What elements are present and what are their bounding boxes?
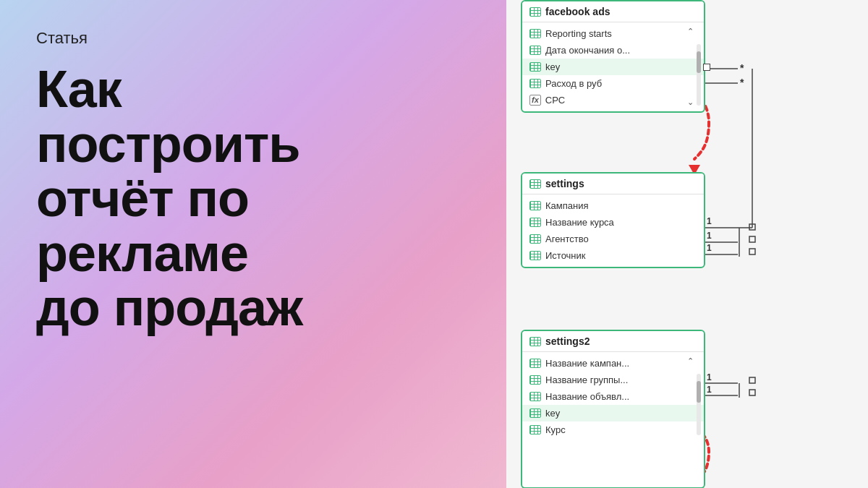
row-icon xyxy=(529,375,541,385)
title-line2: построить xyxy=(36,115,300,173)
row-icon xyxy=(529,234,541,244)
row-icon xyxy=(529,218,541,227)
row-icon xyxy=(529,62,541,72)
table-row: Расход в руб xyxy=(522,75,704,92)
table-row: Агентство xyxy=(522,231,704,247)
row-label: Название группы... xyxy=(545,374,628,385)
scrollbar-thumb[interactable] xyxy=(697,381,701,403)
row-label: Источник xyxy=(545,250,586,261)
title-line1: Как xyxy=(36,60,122,118)
table-row: fx CPC xyxy=(522,92,704,108)
row-label: Название курса xyxy=(545,217,614,228)
svg-text:1: 1 xyxy=(707,231,712,241)
row-icon xyxy=(529,408,541,418)
row-icon xyxy=(529,359,541,368)
row-label: Расход в руб xyxy=(545,78,602,89)
svg-text:*: * xyxy=(740,77,744,88)
svg-text:*: * xyxy=(740,62,744,74)
table-row-highlighted: key xyxy=(522,405,704,421)
row-label: Агентство xyxy=(545,234,589,244)
row-label: key xyxy=(545,61,560,72)
svg-text:1: 1 xyxy=(707,372,712,382)
table-row: Дата окончания о... xyxy=(522,42,704,59)
row-icon xyxy=(529,425,541,435)
row-label: Название объявл... xyxy=(545,391,629,402)
title-line3: отчёт по xyxy=(36,169,249,227)
table-row-highlighted: key xyxy=(522,59,704,75)
row-icon xyxy=(529,251,541,260)
chevron-down-icon: ⌄ xyxy=(687,98,694,107)
row-label: CPC xyxy=(545,95,565,106)
row-label: Дата окончания о... xyxy=(545,45,630,56)
card-scrollbar[interactable] xyxy=(697,44,701,106)
title-line5: до продаж xyxy=(36,278,302,336)
svg-text:1: 1 xyxy=(707,216,712,226)
facebook-ads-title: facebook ads xyxy=(545,6,610,17)
card-scrollbar[interactable] xyxy=(697,374,701,435)
table-row: Название кампан... xyxy=(522,355,704,372)
table-row: Кампания xyxy=(522,197,704,214)
title-line4: рекламе xyxy=(36,224,248,282)
row-label: Название кампан... xyxy=(545,358,629,369)
row-icon xyxy=(529,79,541,88)
table-icon xyxy=(529,7,541,17)
row-icon xyxy=(529,201,541,210)
svg-rect-20 xyxy=(749,236,755,242)
row-icon xyxy=(529,46,541,55)
key-connector-fb xyxy=(703,64,710,71)
settings-card: settings Кампания Название курса Агентст… xyxy=(521,172,705,268)
table-row: Название объявл... xyxy=(522,388,704,405)
table-row: Reporting starts xyxy=(522,25,704,42)
row-label: key xyxy=(545,408,560,419)
row-label: Кампания xyxy=(545,200,589,211)
fx-icon: fx xyxy=(529,95,541,106)
settings2-title: settings2 xyxy=(545,335,590,347)
svg-rect-23 xyxy=(749,390,755,395)
svg-text:1: 1 xyxy=(707,243,712,253)
row-label: Курс xyxy=(545,424,566,435)
settings-header: settings xyxy=(522,174,704,194)
svg-rect-21 xyxy=(749,249,755,254)
table-row: Источник xyxy=(522,247,704,264)
settings2-card: settings2 Название кампан... Название гр… xyxy=(521,330,705,488)
settings-body: Кампания Название курса Агентство Источн… xyxy=(522,194,704,267)
left-panel: Статья Как построить отчёт по рекламе до… xyxy=(0,0,506,488)
chevron-up-icon: ⌃ xyxy=(687,356,694,366)
row-icon xyxy=(529,29,541,38)
svg-text:1: 1 xyxy=(707,385,712,395)
facebook-ads-card: facebook ads Reporting starts Дата оконч… xyxy=(521,0,705,113)
table-icon xyxy=(529,337,541,346)
row-label: Reporting starts xyxy=(545,28,612,39)
facebook-ads-header: facebook ads xyxy=(522,1,704,22)
chevron-up-icon: ⌃ xyxy=(687,27,694,36)
svg-rect-9 xyxy=(749,224,755,230)
table-row: Курс xyxy=(522,421,704,438)
facebook-ads-body: Reporting starts Дата окончания о... key… xyxy=(522,22,704,111)
scrollbar-thumb[interactable] xyxy=(697,51,701,73)
settings2-header: settings2 xyxy=(522,331,704,352)
table-row: Название группы... xyxy=(522,372,704,388)
main-title: Как построить отчёт по рекламе до продаж xyxy=(36,62,470,335)
row-icon xyxy=(529,392,541,401)
right-panel: * * 1 1 1 1 1 facebook ads xyxy=(506,0,868,488)
table-row: Название курса xyxy=(522,214,704,231)
settings-title: settings xyxy=(545,178,584,189)
article-label: Статья xyxy=(36,29,470,48)
settings2-body: Название кампан... Название группы... На… xyxy=(522,352,704,441)
svg-rect-22 xyxy=(749,377,755,383)
table-icon xyxy=(529,179,541,189)
